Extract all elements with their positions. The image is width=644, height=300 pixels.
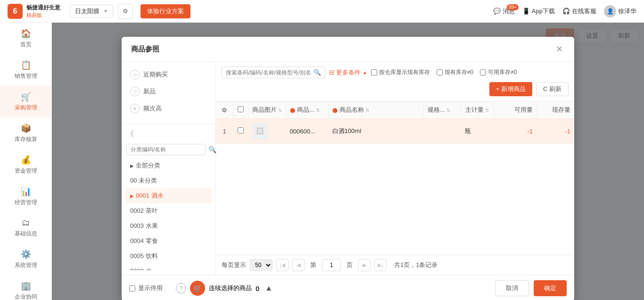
logo-sub: 精易版 (26, 12, 60, 19)
online-service-button[interactable]: 🎧 在线客服 (562, 7, 596, 16)
sidebar-item-home[interactable]: 🏠 首页 (0, 23, 51, 54)
product-search-icon[interactable]: 🔍 (314, 69, 321, 76)
trial-button[interactable]: 体验行业方案 (140, 4, 190, 18)
phone-icon: 📱 (522, 8, 530, 15)
search-toolbar: 🔍 ⊟ 更多条件 ▲ 按仓库显示现有库存 (216, 62, 574, 101)
username: 徐泽华 (618, 7, 636, 16)
sort-spec-icon[interactable]: ⇅ (446, 108, 450, 113)
cat-0005[interactable]: 0005 饮料 (125, 249, 212, 264)
sidebar-item-base[interactable]: 🗂 基础信息 (0, 212, 51, 243)
next-page-btn[interactable]: ▶ (358, 259, 371, 271)
help-icon[interactable]: ? (176, 283, 186, 293)
add-product-button[interactable]: + 新增商品 (489, 82, 532, 96)
row-check[interactable] (233, 119, 248, 144)
cancel-button[interactable]: 取消 (495, 280, 529, 296)
checkbox-warehouse-input[interactable] (371, 69, 377, 75)
cat-0002[interactable]: 0002 茶叶 (125, 203, 212, 218)
checkbox-warehouse[interactable]: 按仓库显示现有库存 (371, 68, 430, 76)
modal-close-button[interactable]: ✕ (553, 43, 565, 55)
show-disabled-input[interactable] (129, 285, 135, 292)
messages-button[interactable]: 💬 消息 99+ (493, 7, 515, 16)
cart-area: ? 🛒 连续选择的商品 0 ▲ (176, 281, 272, 296)
cart-icon[interactable]: 🛒 (190, 281, 205, 296)
cat-0001[interactable]: ▶ 0001 酒水 (125, 188, 212, 203)
cat-0003[interactable]: 0003 水果 (125, 218, 212, 233)
product-search-input[interactable] (226, 69, 311, 76)
th-check[interactable] (233, 101, 248, 119)
product-thumbnail: 🖼 (252, 123, 269, 140)
checkbox-stock-input[interactable] (437, 69, 443, 75)
row-unit: 瓶 (461, 119, 494, 144)
cat-all[interactable]: ▶ 全部分类 (125, 158, 212, 173)
per-page-select[interactable]: 50 (250, 259, 272, 271)
first-page-btn[interactable]: |◀ (276, 259, 289, 271)
th-spec: 规格... ⇅ (423, 101, 461, 119)
cat-00-label: 00 未分类 (130, 176, 157, 185)
nav-dropdown-icon: ▼ (103, 8, 108, 14)
tab-new[interactable]: ⊙ 新品 (125, 83, 212, 100)
left-panel-tabs: ⊙ 近期购买 ⊙ 新品 ★ 频次高 (122, 67, 215, 117)
per-page-label: 每页显示 (222, 261, 246, 269)
row-image: 🖼 (248, 119, 286, 144)
col-name-label: 商品名称 (339, 106, 364, 113)
collapse-icon[interactable]: 《 (126, 129, 134, 139)
tab-recent[interactable]: ⊙ 近期购买 (125, 67, 212, 83)
sidebar-item-system[interactable]: ⚙️ 系统管理 (0, 243, 51, 275)
checkbox-available-label: 可用库存≠0 (488, 68, 517, 76)
user-menu[interactable]: 👤 徐泽华 (604, 5, 636, 17)
gear-button[interactable]: ⚙ (118, 4, 133, 19)
cat-00[interactable]: 00 未分类 (125, 173, 212, 188)
logo-icon: 6 (8, 4, 23, 19)
checkbox-available[interactable]: 可用库存≠0 (480, 68, 517, 76)
table-row[interactable]: 1 🖼 000600... 白酒100ml (216, 119, 574, 144)
category-search-input[interactable] (126, 144, 206, 155)
checkbox-available-input[interactable] (480, 69, 486, 75)
category-search-icon[interactable]: 🔍 (208, 146, 216, 153)
cat-0008[interactable]: 0008 水 (125, 264, 212, 270)
row-num: 1 (216, 119, 233, 144)
show-disabled-checkbox[interactable]: 显示停用 (129, 284, 163, 292)
more-filter-button[interactable]: ⊟ 更多条件 ▲ (329, 68, 367, 77)
sidebar-label-inventory: 库存核算 (15, 135, 37, 143)
tab-recent-label: 近期购买 (143, 70, 168, 79)
sort-code-icon[interactable]: ⇅ (316, 108, 320, 113)
logo-text: 畅捷通好生意 精易版 (26, 4, 60, 19)
sidebar-item-inventory[interactable]: 📦 库存核算 (0, 117, 51, 149)
th-image: 商品图片 ⇅ (248, 101, 286, 119)
sidebar-item-enterprise[interactable]: 🏢 企业协同 (0, 275, 51, 300)
nav-selector[interactable]: 日太阳膜 ▼ (70, 5, 113, 18)
page-number-input[interactable] (322, 259, 341, 271)
sidebar-item-finance[interactable]: 💰 资金管理 (0, 149, 51, 181)
refresh-button[interactable]: C 刷新 (536, 82, 569, 96)
left-panel: ⊙ 近期购买 ⊙ 新品 ★ 频次高 (122, 62, 216, 275)
row-checkbox[interactable] (238, 127, 244, 133)
page-total: 共1页，1条记录 (394, 261, 438, 269)
pagination-bar: 每页显示 50 |◀ ◀ 第 页 ▶ ▶| 共1页，1条记录 (216, 255, 574, 275)
sort-unit-icon[interactable]: ⇅ (485, 108, 489, 113)
collapse-footer-icon[interactable]: ▲ (265, 284, 272, 292)
sort-name-icon[interactable]: ⇅ (365, 108, 369, 113)
cat-0004[interactable]: 0004 零食 (125, 233, 212, 249)
avatar: 👤 (604, 5, 616, 17)
tab-frequent[interactable]: ★ 频次高 (125, 100, 212, 117)
main-content: 查询 设置 刷新 商品参照 ✕ ⊙ (52, 23, 644, 300)
sort-image-icon[interactable]: ⇅ (278, 108, 282, 113)
app-download-button[interactable]: 📱 App下载 (522, 7, 555, 16)
checkbox-stock[interactable]: 现有库存≠0 (437, 68, 473, 76)
sidebar-item-sales[interactable]: 📋 销售管理 (0, 54, 51, 86)
th-settings[interactable]: ⚙ (216, 101, 233, 119)
sidebar-item-purchase[interactable]: 🛒 采购管理 (0, 86, 51, 117)
product-table: ⚙ 商品图片 ⇅ (216, 101, 574, 144)
col-unit-label: 主计量 (465, 106, 484, 113)
right-panel: 🔍 ⊟ 更多条件 ▲ 按仓库显示现有库存 (216, 62, 574, 275)
select-all-checkbox[interactable] (238, 106, 244, 112)
category-list: ▶ 全部分类 00 未分类 ▶ 0001 酒水 0002 茶 (122, 158, 215, 270)
settings-icon[interactable]: ⚙ (222, 107, 227, 114)
last-page-btn[interactable]: ▶| (374, 259, 387, 271)
left-search-area: 🔍 (122, 141, 215, 158)
sidebar-item-business[interactable]: 📊 经营管理 (0, 181, 51, 212)
checkbox-warehouse-label: 按仓库显示现有库存 (379, 68, 430, 76)
row-stock: -1 (537, 119, 574, 144)
prev-page-btn[interactable]: ◀ (292, 259, 305, 271)
confirm-button[interactable]: 确定 (534, 280, 567, 296)
